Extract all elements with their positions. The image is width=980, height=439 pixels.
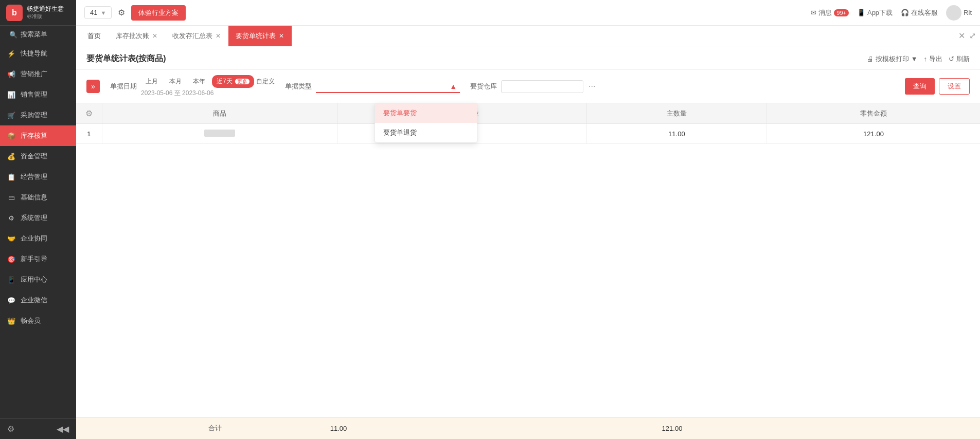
export-button[interactable]: ↑ 导出 [924,54,943,64]
refresh-button[interactable]: ↺ 刷新 [949,54,970,64]
custom-date-btn[interactable]: 自定义 [256,77,275,86]
trial-button[interactable]: 体验行业方案 [131,5,186,21]
date-filter-group: 单据日期 上月 本月 本年 近7天 更多 自定义 2023-05-06 至 20… [110,75,275,98]
filter-right-actions: 查询 设置 [905,78,970,95]
tab-inventory-batch[interactable]: 库存批次账 ✕ [109,26,165,46]
sidebar-item-sales[interactable]: 📊 销售管理 [0,84,76,105]
online-service-label: 在线客服 [911,8,938,17]
sidebar-item-quick-nav[interactable]: ⚡ 快捷导航 [0,43,76,64]
filter-expand-button[interactable]: » [86,80,100,93]
product-placeholder [204,130,235,137]
this-month-btn[interactable]: 本月 [165,75,186,88]
sidebar-item-purchase[interactable]: 🛒 采购管理 [0,105,76,125]
app-download-button[interactable]: 📱 App下载 [857,8,893,17]
nav-label: 畅会员 [21,316,41,325]
sidebar-item-marketing[interactable]: 📢 营销推广 [0,64,76,84]
system-icon: ⚙ [6,213,16,223]
nav-label: 采购管理 [21,111,47,120]
guide-icon: 🎯 [6,254,16,264]
download-icon: 📱 [857,9,865,16]
sidebar-item-operations[interactable]: 📋 经营管理 [0,167,76,187]
dropdown-item-0[interactable]: 要货单要货 [375,103,477,123]
print-template-button[interactable]: 🖨 按模板打印 ▼ [867,54,918,64]
sidebar-item-app-center[interactable]: 📱 应用中心 [0,269,76,290]
warehouse-filter-group: 要货仓库 ··· [470,80,595,93]
filter-settings-button[interactable]: 设置 [939,78,970,95]
nav-label: 企业微信 [21,296,47,305]
finance-icon: 💰 [6,151,16,161]
tab-inventory-batch-close[interactable]: ✕ [152,32,157,40]
bottom-settings-icon[interactable]: ⚙ [7,424,14,434]
refresh-icon: ↺ [949,55,954,63]
store-chevron-icon: ▼ [100,10,106,16]
nav-label: 新手引导 [21,254,47,264]
sidebar-item-finance[interactable]: 💰 资金管理 [0,146,76,167]
table-footer: 合计 11.00 121.00 [76,417,980,439]
user-area[interactable]: Rit [946,5,972,21]
main-area: 41 ▼ ⚙ 体验行业方案 ✉ 消息 99+ 📱 App下载 🎧 在线客服 R [76,0,980,439]
collapse-icon[interactable]: ◀◀ [57,424,69,434]
wechat-icon: 💬 [6,295,16,305]
type-select-wrapper: ▲ [316,80,460,93]
tab-recv-send-close[interactable]: ✕ [216,32,221,40]
sidebar-search[interactable]: 🔍 搜索菜单 [0,26,76,43]
warehouse-input[interactable] [501,80,583,93]
store-number: 41 [90,9,97,16]
tab-close-all-icon[interactable]: ✕ [958,31,965,41]
messages-label: 消息 [818,8,832,17]
footer-row: 合计 11.00 121.00 [76,424,980,433]
col-sales-amount: 零售金额 [767,103,980,124]
tab-home[interactable]: 首页 [80,26,109,46]
tab-recv-send[interactable]: 收发存汇总表 ✕ [165,26,228,46]
tab-order-stats-label: 要货单统计表 [236,31,276,41]
sidebar-item-enterprise[interactable]: 🤝 企业协同 [0,228,76,249]
print-chevron-icon: ▼ [911,55,918,63]
quick-nav-icon: ⚡ [6,48,16,59]
dropdown-item-1[interactable]: 要货单退货 [375,123,477,142]
service-icon: 🎧 [901,9,909,16]
online-service-button[interactable]: 🎧 在线客服 [901,8,938,17]
nav-label: 资金管理 [21,152,47,161]
page-content: 要货单统计表(按商品) 🖨 按模板打印 ▼ ↑ 导出 ↺ 刷新 » [76,46,980,439]
search-icon: 🔍 [9,31,17,39]
date-shortcuts: 上月 本月 本年 近7天 更多 自定义 [141,75,275,88]
tab-order-stats[interactable]: 要货单统计表 ✕ [228,26,292,46]
sidebar-item-basic-info[interactable]: 🗃 基础信息 [0,187,76,208]
date-col: 上月 本月 本年 近7天 更多 自定义 2023-05-06 至 2023-06… [141,75,275,98]
row-index: 1 [76,124,102,144]
sidebar: b 畅捷通好生意 标准版 🔍 搜索菜单 ⚡ 快捷导航 📢 营销推广 📊 销售管理… [0,0,76,439]
sidebar-item-wechat[interactable]: 💬 企业微信 [0,290,76,310]
logo-sub: 标准版 [27,13,64,20]
tab-order-stats-close[interactable]: ✕ [279,32,284,40]
last-7days-btn[interactable]: 近7天 更多 [212,75,254,88]
this-year-btn[interactable]: 本年 [188,75,210,88]
nav-label: 销售管理 [21,90,47,99]
print-icon: 🖨 [867,55,874,63]
table-container: ⚙ 商品 主计量单位 主数量 零售金额 [76,103,980,144]
store-selector[interactable]: 41 ▼ [84,6,112,19]
tab-expand-icon[interactable]: ⤢ [969,31,976,41]
type-filter-label: 单据类型 [285,82,312,91]
operations-icon: 📋 [6,172,16,182]
sidebar-item-system[interactable]: ⚙ 系统管理 [0,208,76,228]
footer-quantity: 11.00 [313,425,364,432]
query-button[interactable]: 查询 [905,78,935,95]
table-settings-icon[interactable]: ⚙ [85,109,93,118]
nav-label: 基础信息 [21,193,47,202]
member-icon: 👑 [6,316,16,326]
messages-button[interactable]: ✉ 消息 99+ [811,8,849,17]
type-select-input[interactable] [316,80,460,93]
sidebar-item-guide[interactable]: 🎯 新手引导 [0,249,76,269]
warehouse-more-icon[interactable]: ··· [589,82,595,91]
basic-info-icon: 🗃 [6,192,16,203]
nav-label: 系统管理 [21,213,47,223]
sidebar-item-inventory[interactable]: 📦 库存核算 [0,125,76,146]
sidebar-item-member[interactable]: 👑 畅会员 [0,310,76,331]
header-settings-icon[interactable]: ⚙ [118,8,125,17]
type-select-chevron-icon[interactable]: ▲ [450,82,457,90]
table-row: 1 块 11.00 121.00 [76,124,980,144]
tab-end-icons: ✕ ⤢ [958,31,976,41]
warehouse-filter-label: 要货仓库 [470,82,497,91]
avatar [946,5,961,21]
last-month-btn[interactable]: 上月 [141,75,163,88]
